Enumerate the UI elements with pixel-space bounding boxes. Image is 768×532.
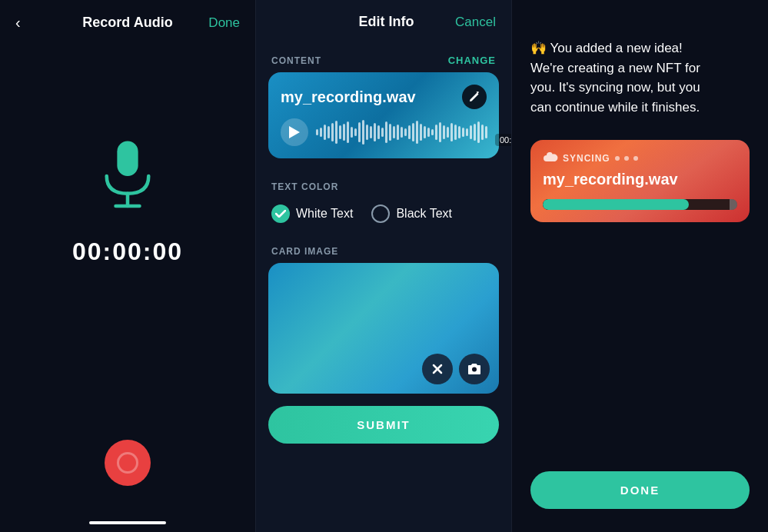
waveform-bar (408, 125, 411, 139)
waveform-bar (485, 126, 487, 138)
waveform-bar (381, 128, 384, 137)
cloud-icon-wrap: SYNCING (543, 152, 638, 165)
waveform-bar (377, 125, 380, 139)
waveform-bar (477, 121, 480, 143)
dot-2 (624, 156, 629, 161)
svg-marker-3 (289, 126, 300, 138)
home-indicator (89, 521, 166, 524)
white-text-check (271, 204, 290, 223)
edit-title: Edit Info (359, 14, 414, 30)
progress-bar-fill (543, 199, 689, 210)
content-section-header: CONTENT CHANGE (256, 44, 511, 72)
waveform-bar (339, 125, 341, 139)
record-title: Record Audio (82, 15, 172, 31)
waveform-bar (462, 128, 464, 137)
text-color-label: TEXT COLOR (256, 171, 511, 198)
waveform-bar (374, 123, 376, 141)
waveform-bar (424, 126, 426, 138)
panel-record: ‹ Record Audio Done 00:00:00 (0, 0, 256, 532)
waveform-bar (354, 128, 357, 136)
sync-filename: my_recording.wav (543, 171, 737, 188)
microphone-icon (93, 138, 162, 214)
syncing-label: SYNCING (563, 153, 610, 164)
waveform-bar (447, 127, 449, 138)
waveform-bar (481, 125, 484, 140)
sync-emoji: 🙌 (530, 41, 547, 55)
change-button[interactable]: CHANGE (448, 55, 496, 66)
waveform-bar (470, 125, 472, 139)
camera-icon (467, 363, 481, 375)
waveform-bar (320, 128, 322, 137)
white-text-option[interactable]: White Text (271, 204, 353, 223)
progress-bar-container (543, 199, 737, 210)
panel-sync: 🙌 You added a new idea!We're creating a … (512, 0, 768, 532)
close-icon (431, 363, 444, 375)
dot-1 (615, 156, 620, 161)
back-button[interactable]: ‹ (15, 14, 21, 32)
sync-message-text: You added a new idea!We're creating a ne… (530, 41, 700, 115)
pencil-icon (468, 91, 480, 103)
duration-badge: 00:06 (495, 134, 512, 146)
black-text-check (371, 204, 390, 223)
timer-display: 00:00:00 (72, 238, 183, 266)
waveform-bar (474, 124, 476, 141)
waveform-bar (327, 126, 330, 138)
play-button[interactable] (281, 118, 308, 146)
waveform-bar (343, 124, 345, 141)
waveform-bar (316, 129, 318, 135)
waveform-bar (370, 126, 372, 138)
cancel-button[interactable]: Cancel (455, 15, 496, 30)
white-text-label: White Text (296, 207, 353, 221)
record-done-button[interactable]: Done (208, 15, 240, 31)
waveform-bar (412, 123, 414, 141)
waveform-bar (401, 127, 403, 138)
edit-header: Edit Info Cancel (256, 0, 511, 44)
sync-message: 🙌 You added a new idea!We're creating a … (530, 38, 750, 117)
done-button[interactable]: DONE (530, 471, 750, 509)
record-header: ‹ Record Audio Done (0, 0, 255, 45)
waveform-bar (385, 121, 387, 143)
audio-filename-row: my_recording.wav (281, 85, 487, 109)
sync-card-header: SYNCING (543, 152, 737, 165)
waveform-bar (454, 125, 457, 140)
waveform-bar (450, 123, 453, 141)
content-label: CONTENT (271, 55, 321, 66)
waveform-bar (443, 125, 445, 139)
card-image-actions (422, 354, 490, 384)
waveform-bar (389, 124, 391, 141)
remove-image-button[interactable] (422, 354, 453, 384)
waveform-visual (316, 120, 487, 145)
dot-3 (633, 156, 638, 161)
waveform-bar (397, 125, 399, 140)
sync-card: SYNCING my_recording.wav (530, 140, 750, 222)
camera-button[interactable] (459, 354, 490, 384)
waveform-bar (466, 128, 468, 136)
audio-filename: my_recording.wav (281, 88, 416, 106)
record-button-inner (117, 452, 138, 474)
progress-bar-end (730, 199, 737, 210)
play-icon (289, 126, 300, 138)
waveform-bar (324, 125, 326, 140)
card-image-container (268, 263, 499, 394)
waveform-bar (404, 128, 407, 136)
submit-button[interactable]: SUBMIT (268, 406, 499, 444)
checkmark-icon (275, 210, 286, 218)
waveform-bar (439, 122, 441, 142)
record-button[interactable] (105, 440, 151, 486)
waveform-bar (362, 120, 364, 145)
waveform-bar (431, 129, 434, 135)
waveform-bar (435, 125, 437, 140)
black-text-option[interactable]: Black Text (371, 204, 452, 223)
svg-point-6 (472, 367, 477, 372)
waveform-bar (393, 126, 395, 138)
waveform-bar (347, 121, 349, 143)
text-color-row: White Text Black Text (256, 198, 511, 235)
waveform-bar (416, 121, 418, 144)
audio-card: my_recording.wav 00:06 (268, 72, 499, 158)
cloud-icon (543, 152, 558, 165)
edit-filename-button[interactable] (462, 85, 487, 109)
waveform-bar (366, 125, 368, 140)
black-text-label: Black Text (396, 207, 452, 221)
waveform-bar (458, 126, 460, 138)
card-image-label: CARD IMAGE (256, 235, 511, 263)
